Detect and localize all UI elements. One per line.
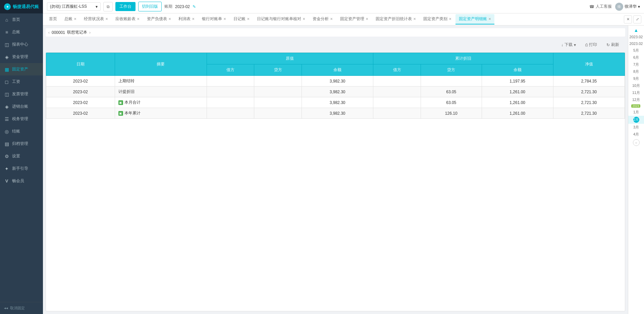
copy-button[interactable]: ⧉ xyxy=(103,2,113,11)
tab-ledger[interactable]: 总账 ✕ xyxy=(61,14,80,24)
tab-receivable[interactable]: 应收账龄表 ✕ xyxy=(112,14,143,24)
sidebar-item-ledger[interactable]: ≡ 总账 xyxy=(0,26,43,38)
tab-close-icon[interactable]: ✕ xyxy=(247,17,250,21)
company-selector[interactable]: (勿动) 江西服虹-LSS ▾ xyxy=(47,2,101,11)
tab-depreciation[interactable]: 固定资产折旧统计表 ✕ xyxy=(372,14,419,24)
breadcrumb-forward[interactable]: › xyxy=(89,30,91,35)
tab-reconcile[interactable]: 日记账与银行对账单核对 ✕ xyxy=(254,14,309,24)
sidebar-item-home[interactable]: ⌂ 首页 xyxy=(0,13,43,26)
timeline-year-2023-top[interactable]: 2023.02 xyxy=(629,34,644,40)
guide-icon: ✦ xyxy=(4,166,9,171)
cell-depr-debit xyxy=(373,97,421,108)
sidebar-item-archive[interactable]: ▤ 归档管理 xyxy=(0,138,43,150)
service-button[interactable]: ☎ 人工客服 xyxy=(589,4,612,9)
home-icon: ⌂ xyxy=(4,17,9,22)
tab-close-icon[interactable]: ✕ xyxy=(413,17,416,21)
table-row: 2023-02 ▣本年累计 3,982.30 126.10 1,261.00 2… xyxy=(46,108,625,119)
tab-category[interactable]: 固定资产类别 ✕ xyxy=(420,14,455,24)
tab-detail[interactable]: 固定资产明细账 ✕ xyxy=(455,14,494,24)
tab-bar: 首页 总账 ✕ 经营状况表 ✕ 应收账龄表 ✕ 资产负债表 ✕ 利润表 ✕ 银行… xyxy=(43,13,644,25)
timeline-month-8[interactable]: 8月 xyxy=(628,68,644,75)
sidebar-item-sales[interactable]: ◈ 进销台账 xyxy=(0,100,43,113)
tab-close-icon[interactable]: ✕ xyxy=(488,17,491,21)
timeline-month-5[interactable]: 5月 xyxy=(628,47,644,54)
sidebar-item-label: 报表中心 xyxy=(12,42,28,47)
tab-close-icon[interactable]: ✕ xyxy=(168,17,171,21)
timeline-month-6[interactable]: 6月 xyxy=(628,54,644,61)
sidebar-pin-toggle[interactable]: ◂◂ 取消固定 xyxy=(0,302,43,314)
th-net-value: 净值 xyxy=(553,53,625,76)
refresh-icon: ↻ xyxy=(606,43,610,47)
timeline-month-2[interactable]: 2月 xyxy=(628,116,644,124)
tab-close-icon[interactable]: ✕ xyxy=(366,17,368,21)
topbar-right: ☎ 人工客服 徐 徐泽华 ▾ xyxy=(589,3,640,11)
sidebar-item-fixed[interactable]: ▦ 固定资产 xyxy=(0,63,43,75)
sidebar-item-fund[interactable]: ◈ 资金管理 xyxy=(0,51,43,63)
sidebar-item-member[interactable]: V 畅会员 xyxy=(0,175,43,187)
period-value: 2023-02 xyxy=(175,4,190,9)
timeline-current-year-badge[interactable]: 2023 xyxy=(628,103,644,109)
timeline-month-4[interactable]: 4月 xyxy=(628,131,644,138)
tab-controls: ✕ ⤢ xyxy=(624,15,641,23)
timeline-month-9[interactable]: 9月 xyxy=(628,75,644,82)
cell-summary: ▣本月合计 xyxy=(115,97,207,108)
cell-orig-debit xyxy=(207,97,254,108)
workbench-button[interactable]: 工作台 xyxy=(115,2,136,11)
tab-close-icon[interactable]: ✕ xyxy=(105,17,108,21)
tab-home[interactable]: 首页 xyxy=(46,14,60,24)
th-date: 日期 xyxy=(46,53,115,76)
timeline-month-1[interactable]: 1月 xyxy=(628,109,644,116)
tab-assets[interactable]: 资产负债表 ✕ xyxy=(144,14,174,24)
tab-close-icon[interactable]: ✕ xyxy=(137,17,140,21)
sidebar-item-close[interactable]: ◎ 结账 xyxy=(0,125,43,138)
topbar: (勿动) 江西服虹-LSS ▾ ⧉ 工作台 切到旧版 账期 2023-02 ✎ … xyxy=(43,0,644,13)
tab-fullscreen-button[interactable]: ⤢ xyxy=(633,15,641,23)
tab-fixed-mgr[interactable]: 固定资产管理 ✕ xyxy=(337,14,372,24)
tab-status[interactable]: 经营状况表 ✕ xyxy=(80,14,111,24)
cell-depr-credit: 63.05 xyxy=(421,87,482,97)
app-logo: ✦ 畅捷通易代账 xyxy=(0,0,43,13)
tab-journal[interactable]: 日记账 ✕ xyxy=(230,14,253,24)
breadcrumb-back[interactable]: ‹ xyxy=(48,30,50,35)
tab-fund[interactable]: 资金分析 ✕ xyxy=(309,14,336,24)
sidebar-item-reports[interactable]: ◫ 报表中心 xyxy=(0,38,43,51)
tab-close-icon[interactable]: ✕ xyxy=(303,17,305,21)
tab-profit[interactable]: 利润表 ✕ xyxy=(175,14,198,24)
refresh-button[interactable]: ↻ 刷新 xyxy=(603,41,623,49)
timeline-month-3[interactable]: 3月 xyxy=(628,124,644,131)
period-edit-icon[interactable]: ✎ xyxy=(193,4,196,9)
tab-close-icon[interactable]: ✕ xyxy=(330,17,333,21)
tab-close-all-button[interactable]: ✕ xyxy=(624,15,632,23)
tab-label: 日记账与银行对账单核对 xyxy=(257,16,301,22)
sidebar-item-tax[interactable]: ☰ 税务管理 xyxy=(0,113,43,125)
user-menu[interactable]: 徐 徐泽华 ▾ xyxy=(615,3,640,11)
fixed-icon: ▦ xyxy=(4,67,9,72)
tab-close-icon[interactable]: ✕ xyxy=(449,17,451,21)
tab-bank[interactable]: 银行对账单 ✕ xyxy=(199,14,229,24)
timeline-year-label[interactable]: 2023.02 xyxy=(629,40,644,47)
tab-close-icon[interactable]: ✕ xyxy=(192,17,195,21)
sidebar-item-salary[interactable]: ◻ 工资 xyxy=(0,75,43,88)
tab-close-icon[interactable]: ✕ xyxy=(223,17,226,21)
row-tag: ▣ xyxy=(118,100,123,105)
download-button[interactable]: ↓ 下载 ▾ xyxy=(558,41,579,49)
print-button[interactable]: ⎙ 打印 xyxy=(582,41,600,49)
timeline-month-12[interactable]: 12月 xyxy=(628,96,644,103)
tab-close-icon[interactable]: ✕ xyxy=(74,17,76,21)
active-month-badge[interactable]: 2月 xyxy=(633,117,639,123)
timeline-month-7[interactable]: 7月 xyxy=(628,61,644,68)
company-name: (勿动) 江西服虹-LSS xyxy=(50,4,87,9)
switch-version-button[interactable]: 切到旧版 xyxy=(138,2,162,11)
tab-label: 固定资产明细账 xyxy=(459,16,487,22)
sidebar-item-label: 归档管理 xyxy=(12,141,28,147)
cell-orig-balance: 3,982.30 xyxy=(302,87,373,97)
timeline-up-button[interactable]: ▲ xyxy=(633,27,640,34)
sidebar-item-guide[interactable]: ✦ 新手引导 xyxy=(0,162,43,175)
th-original-debit: 借方 xyxy=(207,64,254,76)
timeline-circle-button[interactable]: ○ xyxy=(633,139,640,146)
sidebar-item-invoice[interactable]: ◫ 发票管理 xyxy=(0,88,43,100)
timeline-month-10[interactable]: 10月 xyxy=(628,82,644,89)
timeline-month-11[interactable]: 11月 xyxy=(628,89,644,96)
sidebar-item-label: 总账 xyxy=(12,29,20,35)
sidebar-item-settings[interactable]: ⚙ 设置 xyxy=(0,150,43,162)
